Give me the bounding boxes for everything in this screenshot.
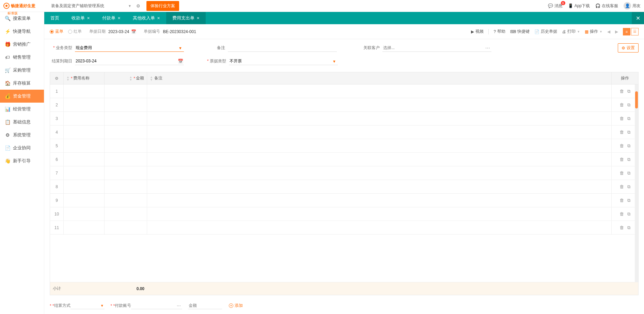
system-selector[interactable]: 装备及固定资产辅助管理系统 ▼ ⚙ — [51, 3, 140, 9]
trial-button[interactable]: 体验行业方案 — [146, 1, 179, 11]
calendar-icon[interactable]: 📅 — [131, 29, 136, 34]
radio-red-bill[interactable]: 红单 — [68, 29, 82, 34]
cell-amount[interactable] — [105, 139, 147, 152]
delete-icon[interactable]: 🗑 — [619, 157, 624, 162]
history-link[interactable]: 📄历史单据 — [534, 29, 557, 34]
operate-dropdown[interactable]: ▦操作▼ — [585, 29, 602, 34]
table-row[interactable]: 11🗑⧉ — [50, 221, 638, 235]
cell-remark[interactable] — [147, 194, 612, 207]
cell-expense-name[interactable] — [64, 139, 105, 152]
cell-remark[interactable] — [147, 207, 612, 221]
table-row[interactable]: 7🗑⧉ — [50, 166, 638, 180]
radio-blue-bill[interactable]: 蓝单 — [50, 29, 63, 34]
cell-remark[interactable] — [147, 98, 612, 111]
close-icon[interactable]: ✕ — [197, 16, 200, 20]
copy-icon[interactable]: ⧉ — [627, 143, 630, 149]
table-row[interactable]: 1🗑⧉ — [50, 85, 638, 98]
online-service-link[interactable]: 🎧 在线客服 — [595, 3, 618, 9]
tab[interactable]: 首页 — [44, 12, 65, 24]
cell-expense-name[interactable] — [64, 180, 105, 193]
view-detail-button[interactable]: ☰ — [631, 28, 639, 35]
tab[interactable]: 其他收入单✕ — [127, 12, 166, 24]
delete-icon[interactable]: 🗑 — [619, 184, 624, 189]
cell-expense-name[interactable] — [64, 221, 105, 234]
prev-arrow-icon[interactable]: ◀ — [607, 29, 610, 34]
remark-input[interactable] — [228, 44, 337, 52]
cell-remark[interactable] — [147, 112, 612, 125]
close-icon[interactable]: ✕ — [157, 16, 160, 20]
cell-amount[interactable] — [105, 85, 147, 98]
delete-icon[interactable]: 🗑 — [619, 170, 624, 176]
table-row[interactable]: 5🗑⧉ — [50, 139, 638, 153]
copy-icon[interactable]: ⧉ — [627, 211, 630, 217]
print-dropdown[interactable]: 🖨打印▼ — [562, 29, 580, 34]
user-menu[interactable]: 👤 用友 — [624, 2, 641, 10]
app-download-link[interactable]: 📱 App下载 — [568, 3, 590, 9]
sidebar-item[interactable]: 📊经营管理 — [0, 103, 44, 116]
sidebar-item[interactable]: 💰资金管理 — [0, 90, 44, 103]
cell-expense-name[interactable] — [64, 125, 105, 139]
video-link[interactable]: ▶视频 — [471, 29, 484, 34]
copy-icon[interactable]: ⧉ — [627, 116, 630, 121]
sidebar-item[interactable]: 🏷销售管理 — [0, 51, 44, 64]
cell-amount[interactable] — [105, 180, 147, 193]
close-all-icon[interactable]: ✕ — [632, 12, 644, 24]
copy-icon[interactable]: ⧉ — [627, 102, 630, 108]
sidebar-item[interactable]: 📋基础信息 — [0, 116, 44, 129]
delete-icon[interactable]: 🗑 — [619, 225, 624, 230]
sidebar-item[interactable]: 📄企业协同 — [0, 141, 44, 154]
cell-expense-name[interactable] — [64, 85, 105, 98]
table-row[interactable]: 9🗑⧉ — [50, 194, 638, 207]
shortcut-link[interactable]: ⌨快捷键 — [510, 29, 530, 34]
cell-remark[interactable] — [147, 166, 612, 180]
close-icon[interactable]: ✕ — [87, 16, 90, 20]
cell-amount[interactable] — [105, 166, 147, 180]
sidebar-item[interactable]: ⚙系统管理 — [0, 129, 44, 141]
more-icon[interactable]: ⋯ — [177, 303, 181, 308]
cell-expense-name[interactable] — [64, 194, 105, 207]
tab[interactable]: 费用支出单✕ — [166, 12, 206, 24]
cell-amount[interactable] — [105, 125, 147, 139]
sidebar-item[interactable]: 🎁营销推广 — [0, 38, 44, 51]
settings-button[interactable]: ⚙设置 — [618, 43, 639, 53]
pay-account-select[interactable] — [131, 302, 182, 309]
cell-amount[interactable] — [105, 207, 147, 221]
tab[interactable]: 收款单✕ — [65, 12, 96, 24]
gear-icon[interactable]: ⚙ — [136, 3, 140, 9]
cell-expense-name[interactable] — [64, 153, 105, 166]
cell-amount[interactable] — [105, 112, 147, 125]
cell-amount[interactable] — [105, 194, 147, 207]
cell-remark[interactable] — [147, 139, 612, 152]
messages-link[interactable]: 💬 消息 6 — [548, 3, 563, 9]
table-settings-header[interactable]: ⚙ — [50, 72, 64, 84]
customer-select[interactable] — [382, 44, 491, 52]
delete-icon[interactable]: 🗑 — [619, 116, 624, 121]
bill-date-value[interactable]: 2023-03-24 — [108, 29, 129, 34]
add-button[interactable]: + 添加 — [229, 303, 243, 309]
more-icon[interactable]: ⋯ — [485, 45, 490, 51]
scrollbar-thumb[interactable] — [635, 91, 638, 108]
col-amount[interactable]: ▲▼*金额 — [105, 72, 147, 84]
copy-icon[interactable]: ⧉ — [627, 89, 630, 94]
cell-expense-name[interactable] — [64, 207, 105, 221]
view-list-button[interactable]: ≡ — [623, 28, 630, 35]
delete-icon[interactable]: 🗑 — [619, 198, 624, 203]
cell-amount[interactable] — [105, 221, 147, 234]
sidebar-item[interactable]: 👋新手引导 — [0, 154, 44, 167]
sidebar-item[interactable]: 🏠库存核算 — [0, 77, 44, 90]
cell-remark[interactable] — [147, 153, 612, 166]
col-expense-name[interactable]: ▲▼*费用名称 — [64, 72, 105, 84]
cell-expense-name[interactable] — [64, 166, 105, 180]
cell-amount[interactable] — [105, 153, 147, 166]
sidebar-item[interactable]: 🛒采购管理 — [0, 64, 44, 77]
cell-remark[interactable] — [147, 180, 612, 193]
table-row[interactable]: 3🗑⧉ — [50, 112, 638, 125]
biz-type-select[interactable] — [75, 44, 184, 52]
next-arrow-icon[interactable]: ▶ — [615, 29, 618, 34]
amount-input[interactable] — [188, 302, 222, 309]
cell-amount[interactable] — [105, 98, 147, 111]
scrollbar[interactable] — [635, 85, 638, 282]
settle-method-select[interactable] — [70, 302, 105, 309]
delete-icon[interactable]: 🗑 — [619, 130, 624, 135]
invoice-type-select[interactable] — [229, 57, 338, 65]
